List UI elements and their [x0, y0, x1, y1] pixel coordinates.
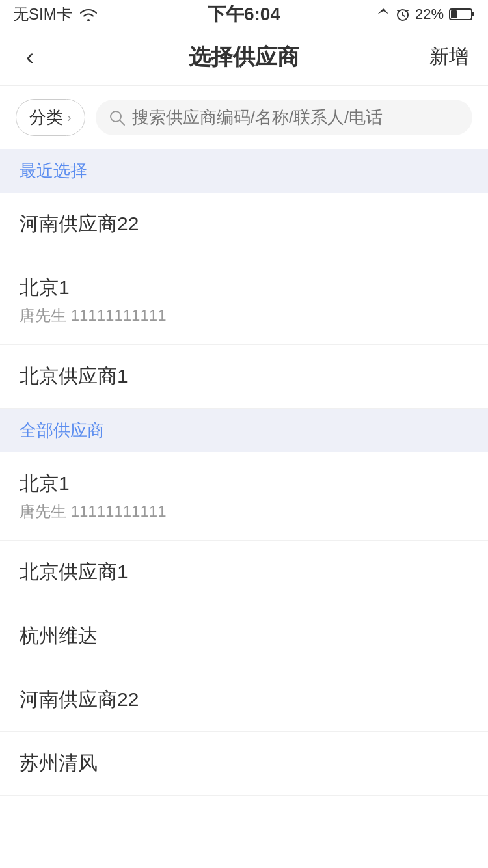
carrier-text: 无SIM卡: [13, 4, 72, 25]
item-contact: 唐先生 11111111111: [20, 501, 468, 522]
recent-section-header: 最近选择: [0, 149, 488, 193]
list-item[interactable]: 北京供应商1: [0, 345, 488, 409]
add-button[interactable]: 新增: [429, 44, 468, 70]
item-name: 河南供应商22: [20, 211, 468, 237]
filter-row: 分类 ›: [0, 86, 488, 149]
all-section-label: 全部供应商: [20, 420, 104, 440]
search-input[interactable]: [132, 107, 459, 128]
status-time: 下午6:04: [208, 2, 280, 27]
item-name: 杭州维达: [20, 623, 468, 649]
alarm-icon: [396, 7, 410, 21]
nav-bar: ‹ 选择供应商 新增: [0, 29, 488, 86]
category-button[interactable]: 分类 ›: [16, 99, 85, 136]
location-icon: [376, 7, 390, 21]
svg-line-5: [120, 120, 124, 125]
item-name: 河南供应商22: [20, 686, 468, 713]
item-name: 北京供应商1: [20, 363, 468, 390]
list-item[interactable]: 苏州清风: [0, 732, 488, 796]
list-item[interactable]: 杭州维达: [0, 604, 488, 668]
page-title: 选择供应商: [189, 42, 299, 72]
list-item[interactable]: 北京供应商1: [0, 541, 488, 604]
recent-section-label: 最近选择: [20, 161, 87, 180]
wifi-icon: [79, 7, 98, 21]
all-section-header: 全部供应商: [0, 409, 488, 452]
list-item[interactable]: 河南供应商22: [0, 193, 488, 256]
status-right: 22%: [376, 6, 475, 23]
list-item[interactable]: 北京1 唐先生 11111111111: [0, 256, 488, 345]
item-name: 苏州清风: [20, 750, 468, 777]
battery-text: 22%: [415, 6, 444, 23]
back-button[interactable]: ‹: [20, 37, 40, 77]
recent-list: 河南供应商22 北京1 唐先生 11111111111 北京供应商1: [0, 193, 488, 409]
svg-rect-2: [472, 12, 474, 16]
search-box: [96, 100, 472, 135]
all-list: 北京1 唐先生 11111111111 北京供应商1杭州维达河南供应商22苏州清…: [0, 452, 488, 796]
search-icon: [109, 109, 126, 126]
battery-icon: [449, 7, 475, 21]
item-name: 北京1: [20, 275, 468, 301]
svg-rect-3: [451, 10, 457, 18]
category-label: 分类: [29, 106, 63, 129]
item-contact: 唐先生 11111111111: [20, 305, 468, 326]
item-name: 北京1: [20, 470, 468, 497]
chevron-right-icon: ›: [67, 110, 72, 125]
list-item[interactable]: 河南供应商22: [0, 668, 488, 732]
status-bar: 无SIM卡 下午6:04 22%: [0, 0, 488, 29]
status-left: 无SIM卡: [13, 4, 98, 25]
list-item[interactable]: 北京1 唐先生 11111111111: [0, 452, 488, 541]
item-name: 北京供应商1: [20, 559, 468, 586]
